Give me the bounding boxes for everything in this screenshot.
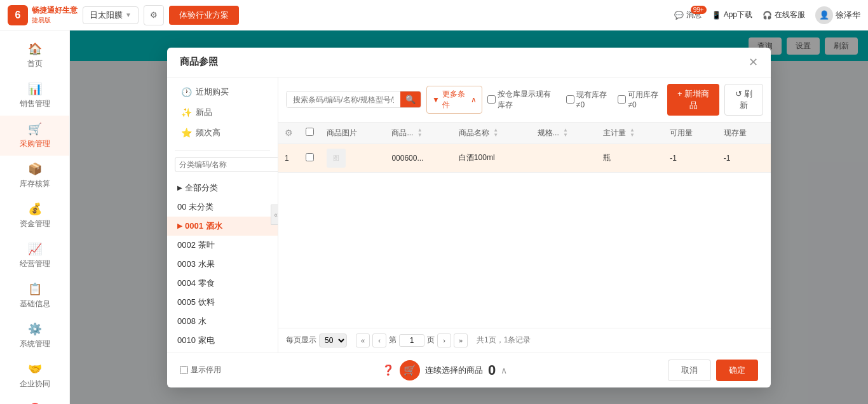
row-code: 000600... [385, 144, 452, 172]
active-arrow-icon: ▶ [177, 222, 182, 229]
col-available[interactable]: 可用量 [663, 123, 717, 144]
tab-new-products[interactable]: ✨ 新品 [175, 103, 270, 122]
logo-area: 6 畅捷通好生意 捷易版 [8, 5, 78, 25]
settings-icon[interactable]: ⚙ [144, 5, 164, 25]
product-reference-modal: 商品参照 ✕ 🕐 近期购买 ✨ [167, 48, 771, 387]
page-info: 共1页，1条记录 [477, 335, 531, 346]
new-icon: ✨ [181, 107, 192, 118]
row-image-cell: 图 [320, 144, 385, 172]
col-code[interactable]: 商品... ▲▼ [385, 123, 452, 144]
modal-close-button[interactable]: ✕ [749, 55, 758, 69]
prev-page-button[interactable]: ‹ [372, 333, 386, 347]
inventory-icon: 📦 [28, 162, 42, 176]
category-item-all[interactable]: ▶ 全部分类 [167, 178, 278, 198]
main-content: 查询 设置 刷新 商品参照 ✕ 🕐 [70, 30, 868, 404]
first-page-button[interactable]: « [356, 333, 370, 347]
modal-header: 商品参照 ✕ [167, 48, 771, 77]
col-image: 商品图片 [320, 123, 385, 144]
top-navigation: 6 畅捷通好生意 捷易版 日太阳膜 ▼ ⚙ 体验行业方案 💬 消息 99+ 📱 … [0, 0, 868, 30]
refresh-list-button[interactable]: ↺ 刷新 [724, 84, 763, 116]
col-checkbox [299, 123, 320, 144]
trial-button[interactable]: 体验行业方案 [169, 6, 239, 25]
filter-checkboxes: 按仓库显示现有库存 现有库存≠0 可用库存≠0 [487, 89, 662, 111]
select-all-checkbox[interactable] [306, 128, 314, 136]
table-row[interactable]: 1 图 000600... 白酒100ml [278, 144, 771, 172]
sidebar-item-inventory[interactable]: 📦 库存核算 [0, 156, 69, 196]
category-item-water[interactable]: 0008 水 [167, 312, 278, 331]
col-spec[interactable]: 规格... ▲▼ [531, 123, 597, 144]
nav-selector[interactable]: 日太阳膜 ▼ [83, 6, 139, 24]
category-item-appliance[interactable]: 0010 家电 [167, 331, 278, 350]
enterprise-icon: 🤝 [28, 362, 42, 376]
filter-icon: ▼ [432, 95, 440, 104]
purchase-icon: 🛒 [28, 122, 42, 136]
sidebar-item-system[interactable]: ⚙️ 系统管理 [0, 316, 69, 356]
checkbox-nonzero-stock[interactable]: 现有库存≠0 [566, 90, 611, 109]
add-product-button[interactable]: + 新增商品 [667, 84, 719, 116]
checkbox-warehouse-stock[interactable]: 按仓库显示现有库存 [487, 89, 559, 111]
tab-high-frequency[interactable]: ⭐ 频次高 [175, 123, 270, 142]
col-name[interactable]: 商品名称 ▲▼ [452, 123, 531, 144]
row-unit: 瓶 [597, 144, 664, 172]
more-filters-button[interactable]: ▼ 更多条件 ∧ [426, 86, 482, 114]
sidebar-item-finance[interactable]: 💰 资金管理 [0, 196, 69, 236]
col-stock[interactable]: 现存量 [717, 123, 771, 144]
category-search-area: 🔍 [167, 153, 278, 176]
sales-icon: 📊 [28, 82, 42, 96]
sort-code-icon: ▲▼ [417, 128, 423, 138]
col-unit[interactable]: 主计量 ▲▼ [597, 123, 664, 144]
row-checkbox-cell [299, 144, 320, 172]
cart-collapse-button[interactable]: ∧ [501, 365, 507, 375]
sidebar-item-sales[interactable]: 📊 销售管理 [0, 76, 69, 116]
sidebar-item-home[interactable]: 🏠 首页 [0, 36, 69, 76]
help-icon[interactable]: ❓ [382, 364, 395, 376]
sidebar-item-operations[interactable]: 📈 经营管理 [0, 236, 69, 276]
sidebar-item-purchase[interactable]: 🛒 采购管理 [0, 116, 69, 156]
sidebar-item-guide[interactable]: 🎯 新手引导 [0, 396, 69, 404]
category-item-tea[interactable]: 0002 茶叶 [167, 236, 278, 255]
category-search-input[interactable] [175, 157, 278, 172]
app-download-button[interactable]: 📱 App下载 [712, 10, 752, 20]
row-checkbox[interactable] [306, 153, 314, 161]
next-page-button[interactable]: › [437, 333, 451, 347]
logo-icon: 6 [8, 5, 28, 25]
logo-text: 畅捷通好生意 捷易版 [32, 5, 78, 25]
user-area[interactable]: 👤 徐泽华 [815, 6, 860, 24]
product-search-bar: 🔍 ▼ 更多条件 ∧ 按仓库显示现有库存 [278, 77, 771, 123]
finance-icon: 💰 [28, 202, 42, 216]
sidebar-item-basic-info[interactable]: 📋 基础信息 [0, 276, 69, 316]
mobile-icon: 📱 [712, 11, 721, 20]
tab-recent-purchase[interactable]: 🕐 近期购买 [175, 83, 270, 102]
online-service-button[interactable]: 🎧 在线客服 [763, 10, 805, 20]
sidebar-item-enterprise[interactable]: 🤝 企业协同 [0, 356, 69, 396]
filter-collapse-icon: ∧ [471, 95, 477, 104]
search-input-wrap: 🔍 [286, 91, 421, 108]
per-page-select[interactable]: 50 [319, 333, 347, 347]
modal-overlay[interactable]: 商品参照 ✕ 🕐 近期购买 ✨ [70, 30, 868, 404]
show-disabled-checkbox[interactable] [180, 366, 188, 374]
modal-body: 🕐 近期购买 ✨ 新品 ⭐ 频次高 [167, 77, 771, 353]
search-submit-button[interactable]: 🔍 [400, 91, 421, 107]
right-panel: 🔍 ▼ 更多条件 ∧ 按仓库显示现有库存 [278, 77, 771, 353]
expand-icon: ▶ [177, 184, 182, 191]
category-list: ▶ 全部分类 00 未分类 ▶ 0001 酒水 0002 茶 [167, 176, 278, 353]
messages-button[interactable]: 💬 消息 99+ [674, 10, 702, 20]
quick-tabs: 🕐 近期购买 ✨ 新品 ⭐ 频次高 [167, 77, 278, 147]
page-number-input[interactable] [399, 334, 424, 347]
category-item-fruit[interactable]: 0003 水果 [167, 255, 278, 274]
category-item-liquor[interactable]: ▶ 0001 酒水 [167, 217, 278, 236]
cart-icon[interactable]: 🛒 [400, 360, 420, 380]
cart-area: ❓ 🛒 连续选择的商品 0 ∧ [382, 360, 507, 380]
cancel-button[interactable]: 取消 [668, 360, 711, 381]
table-gear-icon[interactable]: ⚙ [285, 128, 293, 138]
product-search-input[interactable] [287, 92, 400, 107]
last-page-button[interactable]: » [454, 333, 468, 347]
category-item-snack[interactable]: 0004 零食 [167, 274, 278, 293]
table-body: 1 图 000600... 白酒100ml [278, 144, 771, 172]
category-item-beverage[interactable]: 0005 饮料 [167, 293, 278, 312]
product-image: 图 [327, 149, 346, 168]
checkbox-available-stock[interactable]: 可用库存≠0 [618, 90, 662, 109]
category-item-uncategorized[interactable]: 00 未分类 [167, 198, 278, 217]
panel-collapse-button[interactable]: « [271, 205, 278, 225]
confirm-button[interactable]: 确定 [716, 360, 758, 381]
